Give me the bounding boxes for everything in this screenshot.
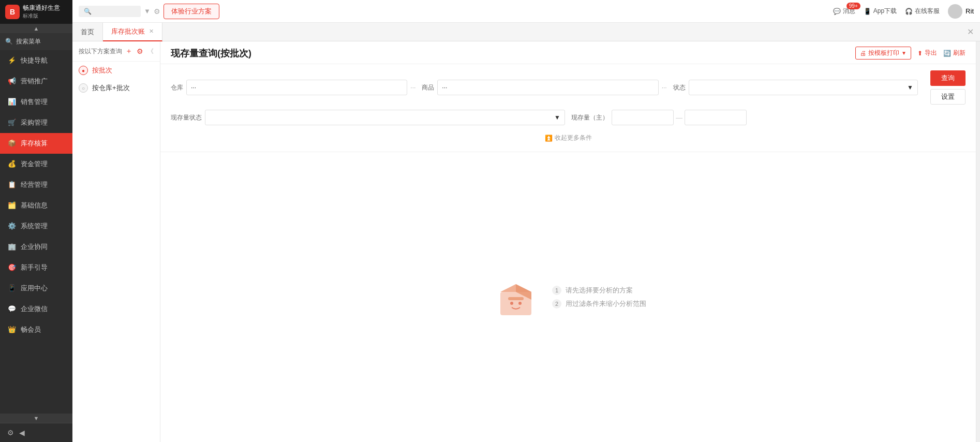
marketing-label: 营销推广 bbox=[21, 77, 48, 86]
stock-qty-from-input[interactable] bbox=[612, 110, 674, 125]
stock-qty-to-input[interactable] bbox=[685, 110, 747, 125]
dropdown-icon[interactable]: ▼ bbox=[144, 7, 151, 15]
message-button[interactable]: 💬 消息 99+ bbox=[833, 7, 855, 16]
experience-industry-button[interactable]: 体验行业方案 bbox=[164, 4, 219, 19]
user-menu[interactable]: Rit bbox=[948, 4, 974, 19]
wechat-icon: 💬 bbox=[7, 304, 17, 314]
system-label: 系统管理 bbox=[21, 222, 48, 231]
message-count-badge: 99+ bbox=[847, 3, 860, 9]
status-dropdown-icon: ▼ bbox=[907, 84, 913, 91]
basic-label: 基础信息 bbox=[21, 201, 48, 210]
tab-inventory-batch[interactable]: 库存批次账 ✕ bbox=[103, 23, 162, 41]
empty-tip-1: 1 请先选择要分析的方案 bbox=[552, 286, 646, 295]
topbar-search-box[interactable]: 🔍 bbox=[79, 6, 141, 17]
newbie-icon: 🎯 bbox=[7, 263, 17, 272]
filter-row-2: 现存量状态 ▼ 现存量（主） — bbox=[171, 110, 966, 125]
collapse-sidebar-icon[interactable]: ◀ bbox=[19, 429, 25, 437]
product-filter-group: 商品 ··· ··· bbox=[422, 80, 666, 95]
sidebar-item-finance[interactable]: 💰 资金管理 bbox=[0, 154, 72, 174]
sidebar-header: B 畅康通好生意 标准版 bbox=[0, 0, 72, 24]
settings-icon[interactable]: ⚙ bbox=[7, 429, 14, 437]
operations-icon: 📋 bbox=[7, 180, 17, 189]
refresh-icon: 🔄 bbox=[943, 50, 951, 57]
settings-scheme-icon[interactable]: ⚙ bbox=[137, 47, 143, 55]
tip-text-2: 用过滤条件来缩小分析范围 bbox=[566, 299, 646, 308]
sidebar-item-basic[interactable]: 🗂️ 基础信息 bbox=[0, 195, 72, 216]
export-icon: ⬆ bbox=[917, 50, 923, 57]
scheme-item-by-warehouse-batch[interactable]: ○ 按仓库+批次 bbox=[72, 79, 160, 97]
sidebar-item-marketing[interactable]: 📢 营销推广 bbox=[0, 71, 72, 92]
warehouse-filter-placeholder: ··· bbox=[191, 84, 196, 91]
sidebar-item-sales[interactable]: 📊 销售管理 bbox=[0, 92, 72, 112]
panel-close-icon[interactable]: ✕ bbox=[967, 27, 974, 37]
user-name: Rit bbox=[966, 7, 974, 15]
query-button[interactable]: 查询 bbox=[930, 70, 966, 86]
sales-icon: 📊 bbox=[7, 97, 17, 107]
scroll-up-button[interactable]: ▲ bbox=[0, 24, 72, 33]
status-filter-select[interactable]: ▼ bbox=[689, 80, 918, 95]
wechat-label: 企业微信 bbox=[21, 304, 48, 314]
filter-area: 仓库 ··· ··· 商品 ··· ··· 状态 bbox=[160, 64, 976, 152]
search-menu-item[interactable]: 🔍 搜索菜单 bbox=[0, 33, 72, 50]
left-panel-title: 按以下方案查询 bbox=[79, 47, 122, 56]
enterprise-label: 企业协同 bbox=[21, 242, 48, 252]
message-icon: 💬 bbox=[833, 8, 841, 15]
sidebar-item-wechat[interactable]: 💬 企业微信 bbox=[0, 299, 72, 319]
finance-label: 资金管理 bbox=[21, 159, 48, 169]
left-panel-icons: ＋ ⚙ 《 bbox=[125, 47, 154, 56]
vip-icon: 👑 bbox=[7, 325, 17, 334]
sidebar-item-quick-nav[interactable]: ⚡ 快捷导航 bbox=[0, 50, 72, 71]
app-info: 畅康通好生意 标准版 bbox=[23, 4, 60, 20]
print-label: 按模板打印 bbox=[868, 49, 899, 57]
sidebar-footer: ⚙ ◀ bbox=[0, 423, 72, 442]
sidebar-item-purchase[interactable]: 🛒 采购管理 bbox=[0, 112, 72, 133]
empty-tips: 1 请先选择要分析的方案 2 用过滤条件来缩小分析范围 bbox=[552, 286, 646, 308]
print-button[interactable]: 🖨 按模板打印 ▼ bbox=[855, 47, 911, 60]
app-download-button[interactable]: 📱 App下载 bbox=[864, 7, 897, 16]
stock-qty-range: — bbox=[612, 110, 747, 125]
topbar: 🔍 ▼ ⚙ 体验行业方案 💬 消息 99+ 📱 App下载 🎧 在线客服 bbox=[72, 0, 980, 23]
scroll-down-button[interactable]: ▼ bbox=[0, 414, 72, 423]
tab-home[interactable]: 首页 bbox=[72, 23, 103, 41]
tip-num-2: 2 bbox=[552, 299, 561, 308]
sidebar-item-app[interactable]: 📱 应用中心 bbox=[0, 278, 72, 299]
empty-tip-2: 2 用过滤条件来缩小分析范围 bbox=[552, 299, 646, 308]
empty-state: 1 请先选择要分析的方案 2 用过滤条件来缩小分析范围 bbox=[160, 152, 976, 442]
scheme-item-by-batch[interactable]: ● 按批次 bbox=[72, 62, 160, 79]
sidebar-item-operations[interactable]: 📋 经营管理 bbox=[0, 174, 72, 195]
headset-icon: 🎧 bbox=[905, 8, 913, 15]
marketing-icon: 📢 bbox=[7, 77, 17, 86]
sidebar-item-system[interactable]: ⚙️ 系统管理 bbox=[0, 216, 72, 237]
sidebar-item-vip[interactable]: 👑 畅会员 bbox=[0, 319, 72, 340]
operations-label: 经营管理 bbox=[21, 180, 48, 189]
settings-gear-icon[interactable]: ⚙ bbox=[154, 7, 160, 16]
tab-close-icon[interactable]: ✕ bbox=[149, 28, 154, 35]
collapse-panel-icon[interactable]: 《 bbox=[147, 47, 154, 56]
sidebar-item-newbie[interactable]: 🎯 新手引导 bbox=[0, 257, 72, 278]
sidebar-item-inventory[interactable]: 📦 库存核算 bbox=[0, 133, 72, 154]
product-filter-select[interactable]: ··· bbox=[437, 80, 658, 95]
online-service-button[interactable]: 🎧 在线客服 bbox=[905, 7, 940, 16]
app-download-icon: 📱 bbox=[864, 8, 871, 15]
warehouse-more-icon[interactable]: ··· bbox=[410, 84, 415, 91]
refresh-button[interactable]: 🔄 刷新 bbox=[943, 49, 966, 57]
stock-status-select[interactable]: ▼ bbox=[205, 110, 565, 125]
export-button[interactable]: ⬆ 导出 bbox=[917, 49, 937, 57]
warehouse-filter-select[interactable]: ··· bbox=[186, 80, 407, 95]
sales-label: 销售管理 bbox=[21, 97, 48, 107]
tabs-bar: 首页 库存批次账 ✕ ✕ bbox=[72, 23, 980, 41]
sidebar-item-enterprise[interactable]: 🏢 企业协同 bbox=[0, 237, 72, 257]
tip-text-1: 请先选择要分析的方案 bbox=[566, 286, 633, 295]
page-title: 现存量查询(按批次) bbox=[171, 47, 251, 60]
settings-button[interactable]: 设置 bbox=[930, 89, 966, 105]
print-dropdown-icon[interactable]: ▼ bbox=[901, 50, 907, 56]
right-scrollbar[interactable] bbox=[976, 41, 980, 442]
collapse-filters-bar[interactable]: ⏫ 收起更多条件 bbox=[171, 130, 966, 145]
add-scheme-icon[interactable]: ＋ bbox=[125, 47, 132, 56]
product-more-icon[interactable]: ··· bbox=[662, 84, 667, 91]
warehouse-filter-label: 仓库 bbox=[171, 83, 183, 92]
stock-qty-filter-group: 现存量（主） — bbox=[571, 110, 966, 125]
finance-icon: 💰 bbox=[7, 159, 17, 169]
app-logo: B bbox=[5, 5, 20, 19]
action-buttons: 查询 设置 bbox=[930, 70, 966, 105]
